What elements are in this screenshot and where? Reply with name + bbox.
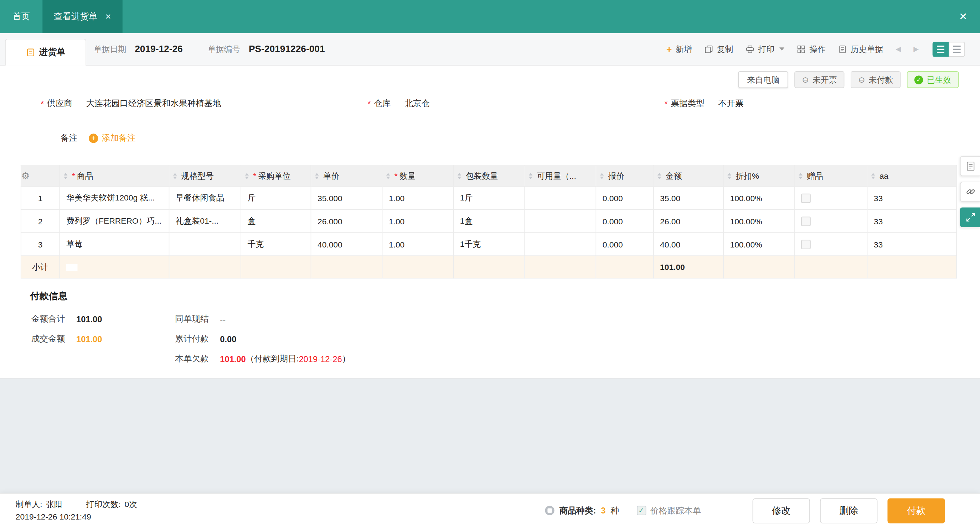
column-header-gift[interactable]: 赠品 [795,165,867,187]
column-header-pack-qty[interactable]: 包装数量 [453,165,525,187]
sort-icon[interactable] [458,173,461,179]
modify-button[interactable]: 修改 [752,498,810,524]
cell-quote: 0.000 [596,210,653,233]
column-header-price[interactable]: 单价 [311,165,382,187]
order-detail-panel: 来自电脑 ⊖ 未开票 ⊖ 未付款 ✓ 已生效 * 供应商 大连花园口经济区景和水… [0,65,980,378]
column-header-product[interactable]: *商品 [59,165,169,187]
sort-icon[interactable] [386,173,390,179]
category-unit: 种 [611,505,619,516]
card-view-button[interactable] [949,42,965,57]
print-button[interactable]: 打印 [746,43,784,55]
price-track-checkbox[interactable]: ✓ [636,506,646,515]
operate-icon [797,44,806,53]
column-label: 商品 [77,170,93,182]
remark-row: 备注 + 添加备注 [60,132,135,144]
copy-button[interactable]: 复制 [705,43,733,55]
minus-circle-icon: ⊖ [802,76,808,84]
doc-meta: 单据日期 2019-12-26 单据编号 PS-20191226-001 [94,33,325,65]
column-header-spec[interactable]: 规格型号 [169,165,241,187]
items-table: ⚙ *商品 规格型号 *采购单位 单价 *数量 包装数量 可用量（... 报价 … [21,165,957,278]
tab-home-label: 首页 [13,11,30,22]
cell-unit: 斤 [241,187,311,210]
tab-view-order[interactable]: 查看进货单 ✕ [42,0,123,33]
cell-available [525,210,596,233]
add-remark-link[interactable]: + 添加备注 [89,132,136,144]
sort-icon[interactable] [799,173,803,179]
sort-icon[interactable] [657,173,662,179]
sort-icon[interactable] [315,173,319,179]
cell-price: 40.000 [311,233,382,256]
column-label: 包装数量 [466,170,498,182]
table-header-row: ⚙ *商品 规格型号 *采购单位 单价 *数量 包装数量 可用量（... 报价 … [21,165,956,187]
sort-icon[interactable] [64,173,68,179]
delete-button[interactable]: 删除 [820,498,877,524]
timestamp: 2019-12-26 10:21:49 [16,511,137,524]
next-page-icon[interactable]: ▶ [913,45,919,53]
cell-available [525,233,596,256]
subtotal-spacer [66,264,78,271]
cell-gift [795,233,867,256]
link-icon [966,187,975,197]
window-close-icon[interactable]: ✕ [946,0,980,33]
prev-page-icon[interactable]: ◀ [896,45,901,53]
column-label: aa [880,171,888,181]
plus-icon: + [667,44,672,54]
doc-date-field: 单据日期 2019-12-26 [94,43,183,55]
link-button[interactable] [960,182,980,202]
tab-home[interactable]: 首页 [0,0,42,33]
column-label: 折扣% [735,170,759,182]
list-view-button[interactable] [932,42,949,57]
bill-type-label: 票据类型 [671,98,705,110]
cell-aa: 33 [867,187,956,210]
expand-button[interactable] [960,207,980,227]
history-button-label: 历史单据 [851,43,883,55]
sort-icon[interactable] [871,173,875,179]
payment-settle-value: -- [220,314,226,324]
cell-aa: 33 [867,210,956,233]
column-header-quote[interactable]: 报价 [596,165,653,187]
column-settings[interactable]: ⚙ [21,165,60,187]
doc-date-value: 2019-12-26 [135,43,183,54]
gift-checkbox[interactable] [801,194,810,203]
payment-settle-label: 同单现结 [175,313,209,325]
gift-checkbox[interactable] [801,240,810,249]
creator-label: 制单人: [16,500,42,509]
sort-icon[interactable] [529,173,533,179]
source-button[interactable]: 来自电脑 [738,71,788,88]
pay-button[interactable]: 付款 [887,498,945,524]
payment-title: 付款信息 [30,290,67,302]
payment-total-label: 金额合计 [31,313,65,325]
chevron-down-icon [780,48,784,51]
column-label: 金额 [666,170,682,182]
sort-icon[interactable] [245,173,249,179]
order-doc-icon [26,48,35,57]
source-label: 来自电脑 [747,74,780,86]
history-button[interactable]: 历史单据 [838,43,883,55]
table-row: 2 费列罗（FERRERO）巧... 礼盒装01-... 盒 26.000 1.… [21,210,956,233]
operate-button-label: 操作 [809,43,826,55]
tab-view-order-label: 查看进货单 [54,11,98,22]
sort-icon[interactable] [727,173,731,179]
sort-icon[interactable] [173,173,177,179]
form-detail-button[interactable] [960,156,980,176]
cell-qty: 1.00 [382,187,453,210]
cell-product: 草莓 [59,233,169,256]
column-header-discount[interactable]: 折扣% [724,165,795,187]
sort-icon[interactable] [600,173,604,179]
gift-checkbox[interactable] [801,217,810,226]
doc-type-tab[interactable]: 进货单 [5,39,86,65]
column-header-qty[interactable]: *数量 [382,165,453,187]
print-count-value: 0次 [124,500,137,509]
add-button[interactable]: + 新增 [667,43,692,55]
doc-date-label: 单据日期 [94,44,126,54]
cell-qty: 1.00 [382,210,453,233]
operate-button[interactable]: 操作 [797,43,826,55]
plus-circle-icon: + [89,133,98,143]
gear-icon: ⚙ [21,170,30,181]
column-header-aa[interactable]: aa [867,165,956,187]
column-header-available[interactable]: 可用量（... [525,165,596,187]
tab-close-icon[interactable]: ✕ [105,12,111,21]
column-header-amount[interactable]: 金额 [654,165,724,187]
column-header-unit[interactable]: *采购单位 [241,165,311,187]
side-toolbar [960,156,980,227]
